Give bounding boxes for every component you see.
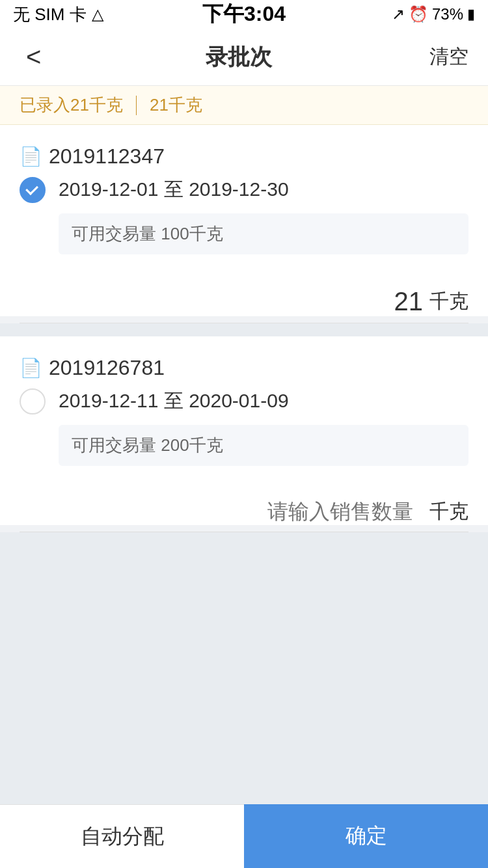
document-icon-1: 📄 bbox=[20, 146, 42, 167]
batch-1-header: 📄 2019112347 bbox=[20, 144, 468, 169]
batch-1-date-row: 2019-12-01 至 2019-12-30 bbox=[20, 176, 468, 203]
batch-2-quantity-input[interactable] bbox=[228, 500, 423, 524]
location-icon: ↗ bbox=[392, 5, 405, 23]
batch-2-date: 2019-12-11 至 2020-01-09 bbox=[59, 388, 289, 414]
recorded-label: 已录入21千克 bbox=[20, 94, 123, 116]
alarm-icon: ⏰ bbox=[409, 5, 428, 23]
clear-button[interactable]: 清空 bbox=[429, 44, 468, 70]
bottom-bar: 自动分配 确定 bbox=[0, 804, 488, 868]
banner-divider bbox=[136, 96, 137, 115]
content-area: 📄 2019112347 2019-12-01 至 2019-12-30 可用交… bbox=[0, 125, 488, 843]
status-bar: 无 SIM 卡 △ 下午3:04 ↗ ⏰ 73% ▮ bbox=[0, 0, 488, 29]
section-divider bbox=[0, 323, 488, 336]
recorded-amount: 21千克 bbox=[150, 94, 202, 116]
batch-item-1: 📄 2019112347 2019-12-01 至 2019-12-30 可用交… bbox=[0, 125, 488, 274]
batch-2-input-row: 千克 bbox=[0, 485, 488, 525]
batch-2-radio[interactable] bbox=[20, 388, 46, 414]
back-button[interactable]: < bbox=[20, 36, 47, 78]
batch-1-amount-row: 21 千克 bbox=[0, 274, 488, 316]
nav-bar: < 录批次 清空 bbox=[0, 29, 488, 86]
batch-item-2: 📄 2019126781 2019-12-11 至 2020-01-09 可用交… bbox=[0, 336, 488, 485]
battery-icon: ▮ bbox=[467, 6, 475, 23]
status-left: 无 SIM 卡 △ bbox=[13, 3, 103, 26]
wifi-icon: △ bbox=[92, 5, 103, 23]
batch-2-available: 可用交易量 200千克 bbox=[59, 425, 468, 466]
batch-1-id: 2019112347 bbox=[49, 144, 165, 169]
batch-1-available: 可用交易量 100千克 bbox=[59, 213, 468, 254]
page-title: 录批次 bbox=[206, 42, 272, 72]
empty-space bbox=[0, 532, 488, 843]
batch-1-unit: 千克 bbox=[429, 288, 468, 315]
battery-text: 73% bbox=[432, 5, 463, 23]
confirm-button[interactable]: 确定 bbox=[244, 804, 488, 868]
status-right: ↗ ⏰ 73% ▮ bbox=[392, 5, 475, 23]
document-icon-2: 📄 bbox=[20, 357, 42, 379]
batch-2-unit: 千克 bbox=[429, 498, 468, 525]
info-banner: 已录入21千克 21千克 bbox=[0, 86, 488, 125]
auto-distribute-button[interactable]: 自动分配 bbox=[0, 804, 244, 868]
status-time: 下午3:04 bbox=[202, 0, 286, 29]
batch-2-date-row: 2019-12-11 至 2020-01-09 bbox=[20, 388, 468, 414]
batch-2-header: 📄 2019126781 bbox=[20, 356, 468, 380]
batch-2-id: 2019126781 bbox=[49, 356, 165, 380]
batch-1-quantity-value: 21 bbox=[394, 287, 424, 316]
batch-1-date: 2019-12-01 至 2019-12-30 bbox=[59, 176, 289, 203]
carrier-text: 无 SIM 卡 bbox=[13, 3, 87, 26]
batch-1-radio[interactable] bbox=[20, 177, 46, 203]
